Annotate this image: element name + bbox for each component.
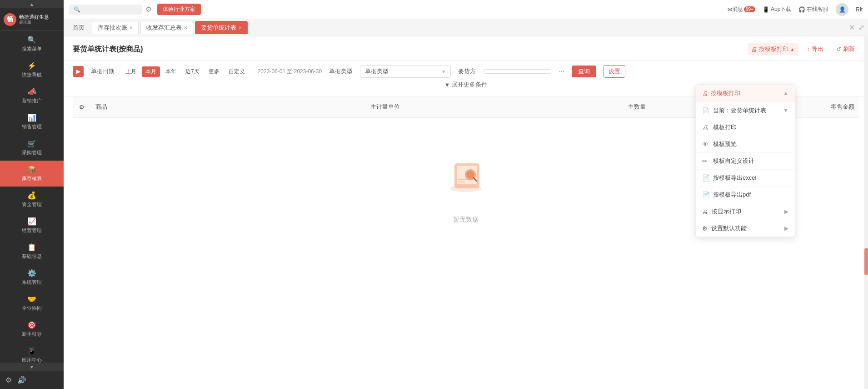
template-preview-icon: 👁 xyxy=(702,141,709,148)
scroll-track[interactable] xyxy=(864,36,868,389)
current-icon: 📄 xyxy=(702,107,709,114)
sidebar-item-label: 资金管理 xyxy=(22,201,42,208)
collab-icon: 🤝 xyxy=(27,295,36,303)
settings-gear-icon[interactable]: ⚙ xyxy=(145,5,152,14)
dropdown-item-template-excel[interactable]: 📄 按模板导出excel xyxy=(696,170,795,187)
export-button[interactable]: ↑ 导出 xyxy=(803,43,828,56)
sidebar-item-label: 基础信息 xyxy=(22,253,42,260)
sidebar-item-label: 搜索菜单 xyxy=(22,45,42,52)
trial-button[interactable]: 体验行业方案 xyxy=(157,4,201,15)
sidebar-scroll-down[interactable]: ▼ xyxy=(0,363,64,371)
app-download-button[interactable]: 📱 App下载 xyxy=(763,5,791,13)
sidebar: ▲ 畅 畅捷通好生意 标准版 🔍 搜索菜单 ⚡ 快捷导航 📣 营销推广 📊 销售… xyxy=(0,0,64,389)
volume-icon[interactable]: 🔊 xyxy=(17,376,26,384)
topbar-right: ✉ 消息 99+ 📱 App下载 🎧 在线客服 👤 Rit xyxy=(728,3,863,16)
goods-type-label: 要货方 xyxy=(458,67,476,76)
display-print-icon: 🖨 xyxy=(702,208,708,215)
th-qty: 主数量 xyxy=(508,100,650,114)
dropdown-item-template-design[interactable]: ✏ 模板自定义设计 xyxy=(696,153,795,170)
tab-close-inventory-batch[interactable]: × xyxy=(130,25,133,31)
sidebar-scroll-up[interactable]: ▲ xyxy=(0,0,64,8)
username[interactable]: Rit xyxy=(856,6,863,13)
sidebar-item-collab[interactable]: 🤝 企业协同 xyxy=(0,290,64,316)
doc-type-select[interactable]: 单据类型 ▼ xyxy=(360,65,451,78)
query-button[interactable]: 查询 xyxy=(572,66,596,77)
page-card: 要货单统计表(按商品) 🖨 按模板打印 ▲ ↑ 导出 ↺ 刷新 xyxy=(64,36,868,389)
sidebar-item-purchase[interactable]: 🛒 采购管理 xyxy=(0,135,64,161)
sidebar-item-label: 新手引导 xyxy=(22,331,42,338)
search-icon: 🔍 xyxy=(74,6,80,13)
sidebar-item-basic[interactable]: 📋 基础信息 xyxy=(0,238,64,264)
sidebar-item-search[interactable]: 🔍 搜索菜单 xyxy=(0,31,64,57)
sidebar-item-system[interactable]: ⚙️ 系统管理 xyxy=(0,264,64,290)
tab-close-receivables[interactable]: × xyxy=(184,25,187,31)
select-arrow-icon: ▼ xyxy=(441,69,446,74)
template-pdf-icon: 📄 xyxy=(702,191,709,198)
more-options-icon[interactable]: ··· xyxy=(559,67,564,76)
sidebar-item-operation[interactable]: 📈 经营管理 xyxy=(0,212,64,238)
message-icon: ✉ xyxy=(728,6,732,13)
sidebar-item-label: 库存核算 xyxy=(22,175,42,182)
tab-close-order-stats[interactable]: × xyxy=(239,25,242,31)
marketing-icon: 📣 xyxy=(27,87,36,96)
th-product: 商品 xyxy=(91,100,366,114)
page-title: 要货单统计表(按商品) xyxy=(73,45,143,54)
date-tab-this-year[interactable]: 本年 xyxy=(162,66,180,77)
tab-home[interactable]: 首页 xyxy=(67,21,90,34)
date-tab-last-month[interactable]: 上月 xyxy=(122,66,140,77)
sidebar-item-label: 采购管理 xyxy=(22,149,42,156)
doc-type-label: 单据类型 xyxy=(329,67,353,76)
refresh-button[interactable]: ↺ 刷新 xyxy=(832,43,859,56)
date-tab-custom[interactable]: 自定义 xyxy=(225,66,249,77)
sidebar-item-guide[interactable]: 🎯 新手引导 xyxy=(0,316,64,342)
dropdown-item-template-preview[interactable]: 👁 模板预览 xyxy=(696,136,795,153)
th-unit: 主计量单位 xyxy=(366,100,508,114)
dropdown-header[interactable]: 🖨 按模板打印 ▲ xyxy=(696,85,795,102)
display-print-left: 🖨 按显示打印 xyxy=(702,207,741,216)
template-excel-icon: 📄 xyxy=(702,174,709,182)
dropdown-current-item[interactable]: 📄 当前：要货单统计表 ▼ xyxy=(696,102,795,119)
sidebar-item-marketing[interactable]: 📣 营销推广 xyxy=(0,83,64,109)
sidebar-item-apps[interactable]: 📱 应用中心 xyxy=(0,342,64,363)
tab-receivables[interactable]: 收发存汇总表 × xyxy=(140,21,193,34)
user-avatar[interactable]: 👤 xyxy=(836,3,848,16)
tab-inventory-batch[interactable]: 库存批次账 × xyxy=(92,21,139,34)
chevron-up-icon: ▲ xyxy=(790,47,795,52)
service-button[interactable]: 🎧 在线客服 xyxy=(798,5,828,13)
print-template-button[interactable]: 🖨 按模板打印 ▲ xyxy=(748,43,798,55)
finance-icon: 💰 xyxy=(27,191,36,200)
dropdown-item-default-func[interactable]: ⚙ 设置默认功能 ▶ xyxy=(696,220,795,237)
date-tab-this-month[interactable]: 本月 xyxy=(142,66,160,77)
messages-button[interactable]: ✉ 消息 99+ xyxy=(728,5,755,13)
goods-type-input[interactable] xyxy=(483,69,551,74)
content-area: 要货单统计表(按商品) 🖨 按模板打印 ▲ ↑ 导出 ↺ 刷新 xyxy=(64,36,868,389)
dropdown-item-template-pdf[interactable]: 📄 按模板导出pdf xyxy=(696,187,795,203)
chevron-up-icon: ▲ xyxy=(783,90,788,96)
date-tab-more[interactable]: 更多 xyxy=(205,66,223,77)
sidebar-item-inventory[interactable]: 📦 库存核算 xyxy=(0,161,64,187)
date-tab-7days[interactable]: 近7天 xyxy=(182,66,203,77)
th-icon[interactable]: ⚙ xyxy=(73,101,91,113)
settings-icon[interactable]: ⚙ xyxy=(5,376,12,384)
expand-icon: ▼ xyxy=(444,81,450,88)
sidebar-item-finance[interactable]: 💰 资金管理 xyxy=(0,187,64,212)
filter-expand-btn[interactable]: ▶ xyxy=(73,66,84,77)
current-chevron: ▼ xyxy=(783,107,788,114)
dropdown-item-display-print[interactable]: 🖨 按显示打印 ▶ xyxy=(696,203,795,220)
refresh-icon: ↺ xyxy=(836,46,841,53)
purchase-icon: 🛒 xyxy=(27,139,36,148)
order-stats-tab-label: 要货单统计表 xyxy=(201,24,236,32)
sidebar-item-sales[interactable]: 📊 销售管理 xyxy=(0,109,64,135)
apps-icon: 📱 xyxy=(27,347,36,355)
tab-order-stats[interactable]: 要货单统计表 × xyxy=(195,21,248,34)
dropdown-menu: 🖨 按模板打印 ▲ 📄 当前：要货单统计表 ▼ 🖨 模板打印 xyxy=(695,84,795,237)
close-window-btn[interactable]: ✕ xyxy=(849,23,855,32)
topbar-search[interactable]: 🔍 xyxy=(69,5,142,15)
settings-button[interactable]: 设置 xyxy=(604,65,625,78)
dropdown-item-template-print[interactable]: 🖨 模板打印 xyxy=(696,119,795,136)
maximize-window-btn[interactable]: ⤢ xyxy=(858,23,864,32)
page-actions: 🖨 按模板打印 ▲ ↑ 导出 ↺ 刷新 xyxy=(748,43,859,56)
scroll-thumb[interactable] xyxy=(864,248,868,275)
empty-illustration xyxy=(443,154,489,208)
sidebar-item-quicknav[interactable]: ⚡ 快捷导航 xyxy=(0,57,64,83)
